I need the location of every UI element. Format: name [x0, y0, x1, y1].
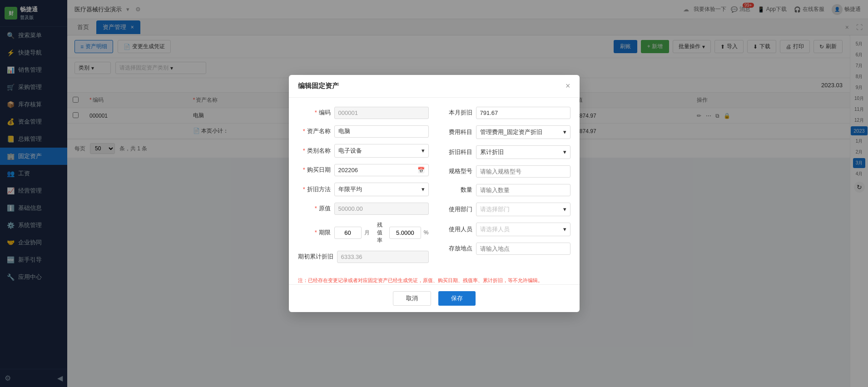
dept-chevron-icon: ▾: [563, 206, 566, 213]
form-row-spec: 规格型号: [440, 165, 570, 178]
department-label: 使用部门: [440, 205, 472, 213]
form-row-location: 存放地点: [440, 243, 570, 255]
category-label: * 类别名称: [298, 147, 331, 155]
category-value: 电子设备: [338, 147, 362, 155]
name-label: * 资产名称: [298, 127, 331, 135]
initial-dep-label: 期初累计折旧: [298, 253, 333, 261]
dep-subject-label: 折旧科目: [440, 148, 472, 156]
expense-subject-value: 管理费用_固定资产折旧: [480, 128, 542, 136]
spec-label: 规格型号: [440, 167, 472, 175]
dep-subject-chevron-icon: ▾: [563, 149, 566, 155]
period-unit: 月: [364, 229, 370, 237]
cancel-button[interactable]: 取消: [393, 291, 431, 306]
purchase-date-input[interactable]: 202206 📅: [334, 164, 429, 176]
form-row-dep-method: * 折旧方法 年限平均 ▾: [298, 183, 429, 196]
period-group: 月 残值率 %: [334, 221, 429, 244]
modal-note: 注：已经存在变更记录或者对应固定资产已经生成凭证，原值、购买日期、残值率、累计折…: [289, 272, 580, 285]
modal-footer: 取消 保存: [289, 284, 580, 312]
quantity-label: 数量: [440, 186, 472, 194]
dep-method-chevron-icon: ▾: [422, 186, 425, 193]
dropdown-chevron-icon: ▾: [422, 147, 425, 154]
dep-method-value: 年限平均: [338, 185, 362, 194]
dep-subject-value: 累计折旧: [480, 148, 504, 156]
code-label: * 编码: [298, 109, 331, 117]
modal-col-left: * 编码 * 资产名称 * 类别名称 电子设备 ▾: [298, 107, 429, 263]
modal-grid: * 编码 * 资产名称 * 类别名称 电子设备 ▾: [298, 107, 570, 263]
form-row-dep-subject: 折旧科目 累计折旧 ▾: [440, 145, 570, 159]
residual-rate-label: 残值率: [377, 221, 387, 244]
period-input[interactable]: [334, 227, 362, 239]
purchase-date-value: 202206: [338, 167, 358, 174]
form-row-quantity: 数量: [440, 184, 570, 196]
person-select[interactable]: 请选择人员 ▾: [476, 223, 570, 236]
person-chevron-icon: ▾: [563, 226, 566, 233]
form-row-period: * 期限 月 残值率 %: [298, 221, 429, 244]
location-input[interactable]: [476, 243, 570, 255]
department-placeholder: 请选择部门: [480, 205, 510, 213]
residual-rate-input[interactable]: [389, 227, 421, 239]
expense-subject-select[interactable]: 管理费用_固定资产折旧 ▾: [476, 125, 570, 139]
save-button[interactable]: 保存: [438, 291, 476, 306]
dep-subject-select[interactable]: 累计折旧 ▾: [476, 145, 570, 159]
asset-name-input[interactable]: [334, 125, 429, 138]
form-row-monthly-dep: 本月折旧: [440, 107, 570, 119]
modal-overlay: 编辑固定资产 × * 编码 * 资产名称 * 类别名称: [0, 0, 868, 387]
initial-dep-input[interactable]: [337, 251, 429, 263]
modal-col-right: 本月折旧 费用科目 管理费用_固定资产折旧 ▾ 折旧科目 累计折旧: [440, 107, 570, 263]
period-label: * 期限: [298, 228, 331, 237]
form-row-person: 使用人员 请选择人员 ▾: [440, 223, 570, 236]
modal-header: 编辑固定资产 ×: [289, 75, 580, 98]
person-placeholder: 请选择人员: [480, 225, 510, 233]
form-row-initial-dep: 期初累计折旧: [298, 251, 429, 263]
modal-title: 编辑固定资产: [298, 82, 339, 90]
location-label: 存放地点: [440, 244, 472, 253]
form-row-code: * 编码: [298, 107, 429, 119]
form-row-category: * 类别名称 电子设备 ▾: [298, 144, 429, 158]
original-value-label: * 原值: [298, 204, 331, 213]
dep-method-label: * 折旧方法: [298, 185, 331, 194]
spec-input[interactable]: [476, 165, 570, 178]
edit-asset-modal: 编辑固定资产 × * 编码 * 资产名称 * 类别名称: [289, 75, 580, 313]
code-input[interactable]: [334, 107, 429, 119]
expense-chevron-icon: ▾: [563, 129, 566, 135]
modal-body: * 编码 * 资产名称 * 类别名称 电子设备 ▾: [289, 98, 580, 272]
purchase-date-label: * 购买日期: [298, 166, 331, 174]
original-value-input[interactable]: [334, 203, 429, 215]
monthly-dep-label: 本月折旧: [440, 109, 472, 117]
person-label: 使用人员: [440, 225, 472, 233]
quantity-input[interactable]: [476, 184, 570, 196]
form-row-expense-subject: 费用科目 管理费用_固定资产折旧 ▾: [440, 125, 570, 139]
form-row-department: 使用部门 请选择部门 ▾: [440, 203, 570, 216]
modal-note-text: 注：已经存在变更记录或者对应固定资产已经生成凭证，原值、购买日期、残值率、累计折…: [298, 278, 543, 283]
monthly-dep-input[interactable]: [476, 107, 570, 119]
form-row-original-value: * 原值: [298, 203, 429, 215]
residual-unit: %: [424, 229, 429, 236]
category-select[interactable]: 电子设备 ▾: [334, 144, 429, 158]
department-select[interactable]: 请选择部门 ▾: [476, 203, 570, 216]
form-row-purchase-date: * 购买日期 202206 📅: [298, 164, 429, 176]
calendar-icon: 📅: [417, 167, 425, 174]
expense-subject-label: 费用科目: [440, 128, 472, 136]
modal-close-btn[interactable]: ×: [565, 81, 570, 91]
form-row-name: * 资产名称: [298, 125, 429, 138]
dep-method-select[interactable]: 年限平均 ▾: [334, 183, 429, 196]
